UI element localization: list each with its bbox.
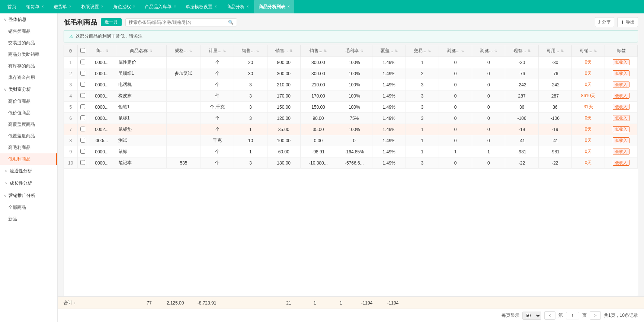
search-box[interactable]: 🔍 (125, 18, 237, 26)
nav-permissions-close[interactable]: × (101, 0, 103, 13)
th-view1[interactable]: 浏览...⇅ (439, 45, 472, 57)
nav-analysis[interactable]: 商品分析× (222, 0, 253, 13)
row-checkbox[interactable] (80, 149, 85, 154)
cell-checkbox[interactable] (77, 124, 88, 135)
sidebar-group-growth[interactable]: ＞ 成长性分析 (0, 177, 57, 189)
sidebar-item-stock-capital[interactable]: 库存资金占用 (0, 72, 57, 83)
row-checkbox[interactable] (80, 60, 85, 64)
nav-purchase[interactable]: 进货单× (49, 0, 76, 13)
sidebar-item-traded-products[interactable]: 交易过的商品 (0, 37, 57, 49)
cell-checkbox[interactable] (77, 146, 88, 157)
cell-view2: 0 (472, 157, 505, 169)
cell-view1[interactable]: 1 (439, 146, 472, 157)
sidebar-item-new-products[interactable]: 新品 (0, 213, 57, 225)
cell-name: 电话机 (116, 79, 166, 90)
th-unit[interactable]: 计量...⇅ (201, 45, 234, 57)
cell-saleable: 0天 (571, 135, 605, 146)
cell-checkbox[interactable] (77, 102, 88, 113)
notice-icon: ⚠ (69, 34, 73, 39)
cell-sales-price: 800.00 (267, 57, 300, 68)
sidebar-item-category-rate[interactable]: 商品分类助销率 (0, 49, 57, 60)
nav-analysis-list-close[interactable]: × (288, 0, 290, 13)
cell-no: 8 (64, 135, 77, 146)
sidebar-item-high-value[interactable]: 高价值商品 (0, 96, 57, 107)
cell-gross-rate: -5766.6... (336, 157, 372, 169)
export-icon: ⬇ (621, 20, 624, 25)
next-page-button[interactable]: ＞ (590, 311, 601, 320)
nav-roles[interactable]: 角色授权× (109, 0, 140, 13)
table-row: 6 0000... 鼠标1 个 3 120.00 90.00 75% 1.49%… (64, 113, 638, 124)
nav-home[interactable]: 首页 (3, 0, 21, 13)
row-checkbox[interactable] (80, 71, 85, 76)
nav-templates-close[interactable]: × (215, 0, 217, 13)
sidebar-item-low-value[interactable]: 低价值商品 (0, 107, 57, 119)
nav-sales-close[interactable]: × (42, 0, 44, 13)
th-gross-rate[interactable]: 毛利率⇅ (336, 45, 372, 57)
per-page-select[interactable]: 50 20 100 (522, 312, 541, 320)
row-checkbox[interactable] (80, 138, 85, 143)
th-available[interactable]: 可用...⇅ (538, 45, 571, 57)
sidebar-item-sales-products[interactable]: 销售类商品 (0, 26, 57, 37)
cell-checkbox[interactable] (77, 135, 88, 146)
cell-unit: 个 (201, 157, 234, 169)
sidebar-group-wealth[interactable]: ∨ 类财富分析 (0, 83, 57, 96)
row-checkbox[interactable] (80, 104, 85, 109)
cell-checkbox[interactable] (77, 157, 88, 169)
search-icon[interactable]: 🔍 (228, 20, 234, 25)
nav-products[interactable]: 产品品入库单× (140, 0, 180, 13)
cell-checkbox[interactable] (77, 90, 88, 102)
cell-coverage: 1.49% (372, 68, 406, 79)
th-name[interactable]: 商品名称⇅ (116, 45, 166, 57)
cell-gross-rate: 100% (336, 90, 372, 102)
sidebar-item-low-coverage[interactable]: 低覆盖度商品 (0, 130, 57, 142)
th-sales-price[interactable]: 销售...⇅ (267, 45, 300, 57)
th-sales-profit[interactable]: 销售...⇅ (300, 45, 336, 57)
th-view2[interactable]: 浏览...⇅ (472, 45, 505, 57)
search-input[interactable] (129, 20, 227, 25)
period-tag[interactable]: 近一月 (101, 18, 122, 26)
sidebar-item-stock-products[interactable]: 有库存的商品 (0, 60, 57, 72)
row-checkbox[interactable] (80, 82, 85, 87)
th-sales-qty[interactable]: 销售...⇅ (234, 45, 267, 57)
nav-permissions[interactable]: 权限设置× (77, 0, 108, 13)
th-code[interactable]: 商...⇅ (88, 45, 116, 57)
nav-purchase-close[interactable]: × (69, 0, 71, 13)
cell-spec (166, 146, 201, 157)
th-coverage[interactable]: 覆盖...⇅ (372, 45, 406, 57)
th-trade[interactable]: 交易...⇅ (406, 45, 439, 57)
nav-products-close[interactable]: × (174, 0, 176, 13)
nav-analysis-close[interactable]: × (247, 0, 249, 13)
sidebar-group-marketing[interactable]: ∨ 营销推广分析 (0, 189, 57, 202)
nav-roles-close[interactable]: × (133, 0, 135, 13)
nav-analysis-list[interactable]: 商品分析列表× (254, 0, 294, 13)
row-checkbox[interactable] (80, 160, 85, 165)
th-saleable[interactable]: 可销...⇅ (571, 45, 605, 57)
row-checkbox[interactable] (80, 127, 85, 131)
cell-sales-profit: 35.00 (300, 124, 336, 135)
th-current[interactable]: 现有...⇅ (505, 45, 538, 57)
nav-templates[interactable]: 单据模板设置× (181, 0, 221, 13)
sidebar-item-all-products[interactable]: 全部商品 (0, 202, 57, 213)
select-all-checkbox[interactable] (80, 48, 85, 53)
prev-page-button[interactable]: ＜ (544, 311, 555, 320)
sidebar-item-high-margin[interactable]: 高毛利商品 (0, 142, 57, 153)
footer-total: 合计： 77 2,125.00 -8,723.91 21 1 1 -1194 -… (58, 296, 644, 309)
cell-sales-qty: 10 (234, 135, 267, 146)
sidebar-item-low-margin[interactable]: 低毛利商品 (0, 153, 57, 165)
th-spec[interactable]: 规格...⇅ (166, 45, 201, 57)
row-checkbox[interactable] (80, 93, 85, 98)
page-input[interactable] (566, 312, 579, 319)
cell-checkbox[interactable] (77, 57, 88, 68)
cell-checkbox[interactable] (77, 68, 88, 79)
share-button[interactable]: ⤴ 分享 (595, 17, 614, 27)
row-checkbox[interactable] (80, 115, 85, 120)
cell-checkbox[interactable] (77, 113, 88, 124)
cell-tag: 低收入 (605, 157, 638, 169)
sidebar-group-liquidity[interactable]: ＞ 流通性分析 (0, 165, 57, 177)
sidebar-item-high-coverage[interactable]: 高覆盖度商品 (0, 119, 57, 130)
nav-sales[interactable]: 销货单× (22, 0, 48, 13)
cell-checkbox[interactable] (77, 79, 88, 90)
cell-view1: 0 (439, 102, 472, 113)
export-button[interactable]: ⬇ 导出 (617, 17, 638, 27)
sidebar-group-overall[interactable]: ∨ 整体信息 (0, 13, 57, 26)
